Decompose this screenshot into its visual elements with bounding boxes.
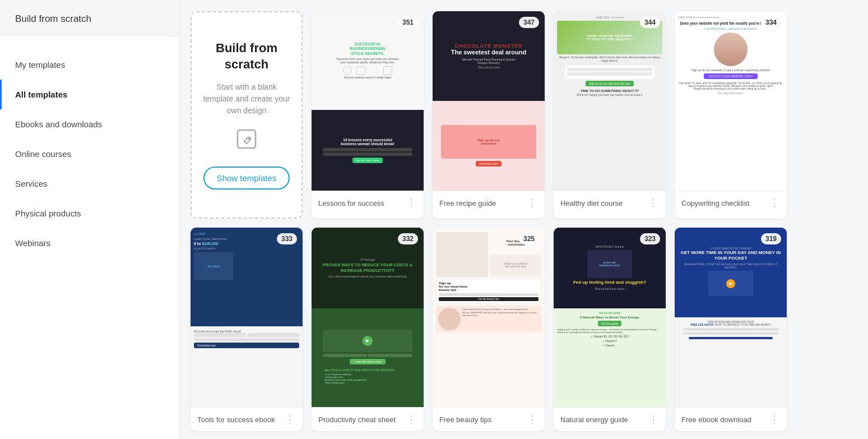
template-badge-344: 344 [640, 17, 660, 28]
sidebar-build-label: Build from scratch [15, 13, 91, 24]
template-image-diet: JANE DOE ✦✦✦✦✦✦ WANT TO PLAN YOUR DIETTO… [554, 11, 666, 191]
sidebar-label-online-courses: Online courses [15, 149, 71, 159]
sidebar-label-physical-products: Physical products [15, 209, 81, 218]
template-card-tools: △ LOGO Learn how I went from 0 to $100,0… [191, 228, 303, 431]
template-name-copy: Copywriting checklist [681, 199, 749, 207]
template-name-tools: Tools for success ebook [197, 415, 275, 424]
template-image-tools: △ LOGO Learn how I went from 0 to $100,0… [191, 228, 303, 407]
template-menu-beauty[interactable]: ⋮ [527, 413, 538, 426]
template-menu-diet[interactable]: ⋮ [648, 197, 659, 209]
template-badge-333: 333 [277, 233, 297, 244]
template-menu-lessons[interactable]: ⋮ [406, 197, 417, 209]
template-name-recipe: Free recipe guide [439, 199, 496, 207]
sidebar-label-my-templates: My templates [15, 60, 65, 70]
sidebar-label-ebooks: Ebooks and downloads [15, 119, 102, 129]
template-name-diet: Healthy diet course [560, 199, 623, 207]
template-card-ebook: ⬡ WORK SMARTER NOT HARDER GET MORE TIME … [675, 228, 787, 431]
template-image-copy: JANE DOE ✦✦✦✦✦✦✦✦✦✦✦✦ Does your website … [675, 11, 787, 191]
show-templates-button[interactable]: Show templates [203, 167, 290, 190]
sidebar-label-webinars: Webinars [15, 238, 50, 248]
template-badge-347: 347 [519, 17, 539, 28]
sidebar-label-services: Services [15, 179, 48, 188]
sidebar-item-physical-products[interactable]: Physical products [0, 198, 179, 228]
template-card-copywriting: JANE DOE ✦✦✦✦✦✦✦✦✦✦✦✦ Does your website … [675, 11, 787, 219]
template-badge-334: 334 [761, 17, 781, 28]
template-badge-351: 351 [398, 17, 418, 28]
template-card-beauty: Your beau...- maximized Unlock your pote… [433, 228, 545, 431]
template-badge-325: 325 [519, 233, 539, 244]
sidebar-label-all-templates: All templates [15, 90, 67, 99]
sidebar-item-webinars[interactable]: Webinars [0, 228, 179, 258]
sidebar-item-online-courses[interactable]: Online courses [0, 139, 179, 169]
template-menu-tools[interactable]: ⋮ [285, 413, 296, 426]
template-badge-323: 323 [640, 233, 660, 244]
template-card-energy: MAIN PROJECT ★★★★ woman withheadphones p… [554, 228, 666, 431]
template-card-productivity: ☰ YourLogo PROVEN WAYS TO REDUCE YOUR CO… [312, 228, 424, 431]
build-scratch-subtitle: Start with a blank template and create y… [201, 81, 293, 117]
template-card-healthy-diet: JANE DOE ✦✦✦✦✦✦ WANT TO PLAN YOUR DIETTO… [554, 11, 666, 219]
template-image-beauty: Your beau...- maximized Unlock your pote… [433, 228, 545, 407]
template-name-energy: Natural energy guide [560, 415, 628, 424]
template-image-energy: MAIN PROJECT ★★★★ woman withheadphones p… [554, 228, 666, 407]
template-image-productivity: ☰ YourLogo PROVEN WAYS TO REDUCE YOUR CO… [312, 228, 424, 407]
template-menu-productivity[interactable]: ⋮ [406, 413, 417, 426]
template-badge-319: 319 [761, 233, 781, 244]
template-image-ebook: ⬡ WORK SMARTER NOT HARDER GET MORE TIME … [675, 228, 787, 407]
sidebar-item-services[interactable]: Services [0, 169, 179, 198]
edit-pen-icon [233, 126, 260, 158]
template-menu-recipe[interactable]: ⋮ [527, 197, 538, 209]
sidebar: Build from scratch My templates All temp… [0, 0, 179, 439]
template-image-lessons: SUCCESSFULBUSINESSWOMANSTYLE SECRETS. Di… [312, 11, 424, 191]
template-card-lessons-for-success: SUCCESSFULBUSINESSWOMANSTYLE SECRETS. Di… [312, 11, 424, 219]
build-scratch-title: Build from scratch [201, 40, 293, 72]
template-menu-copy[interactable]: ⋮ [769, 197, 780, 209]
template-card-free-recipe-guide: CHOCOLATE MONSTER The sweetest deal arou… [433, 11, 545, 219]
template-name-lessons: Lessons for success [318, 199, 384, 207]
main-content: Build from scratch Start with a blank te… [179, 0, 868, 439]
sidebar-item-my-templates[interactable]: My templates [0, 50, 179, 80]
template-menu-energy[interactable]: ⋮ [648, 413, 659, 426]
template-badge-332: 332 [398, 233, 418, 244]
template-name-ebook: Free ebook download [681, 415, 751, 424]
sidebar-item-build-from-scratch[interactable]: Build from scratch [0, 0, 179, 36]
sidebar-item-ebooks[interactable]: Ebooks and downloads [0, 109, 179, 139]
template-menu-ebook[interactable]: ⋮ [769, 413, 780, 426]
build-from-scratch-card: Build from scratch Start with a blank te… [191, 11, 303, 219]
template-name-productivity: Productivity cheat sheet [318, 415, 396, 424]
template-image-recipe: CHOCOLATE MONSTER The sweetest deal arou… [433, 11, 545, 191]
sidebar-item-all-templates[interactable]: All templates [0, 80, 179, 109]
template-name-beauty: Free beauty tips [439, 415, 491, 424]
